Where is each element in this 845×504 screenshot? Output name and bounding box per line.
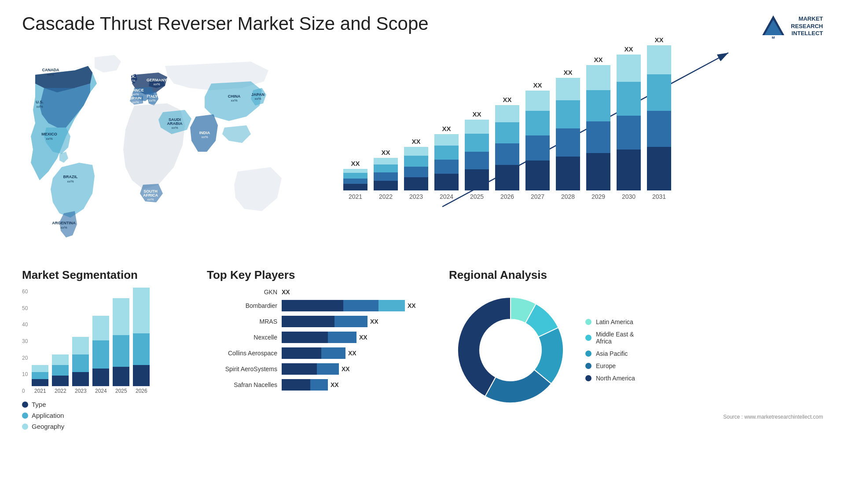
bar-year-2029: 2029 [592,193,605,200]
bar-seg-1 [617,116,641,150]
regional-legend-na: North America [585,375,635,382]
seg-bars-area: 202120222023202420252026 [32,289,150,394]
seg-seg-0 [52,376,69,386]
player-name-3: Nexcelle [207,334,277,341]
bar-seg-3 [495,105,519,122]
bar-top-label-2024: XX [442,125,451,132]
bar-seg-1 [404,167,428,178]
seg-y-10: 10 [22,371,28,377]
bar-seg-3 [343,169,367,173]
svg-text:xx%: xx% [132,100,139,104]
player-name-1: Bombardier [207,302,277,309]
player-bar-1 [282,300,405,311]
logo-icon: M [760,13,786,40]
bar-top-label-2025: XX [472,110,481,118]
seg-seg-0 [92,369,109,386]
regional-label-latin: Latin America [596,318,633,325]
bar-year-2021: 2021 [349,193,362,200]
bar-year-2023: 2023 [409,193,423,200]
bar-seg-0 [404,177,428,190]
segmentation-chart: 0 10 20 30 40 50 60 20212022202320242025… [22,289,194,394]
header: Cascade Thrust Reverser Market Size and … [22,13,823,40]
svg-text:M: M [772,36,775,40]
player-bar-wrap-0: XX [282,289,290,296]
regional-dot-mea [585,335,592,341]
svg-text:JAPAN: JAPAN [251,92,265,97]
svg-text:CHINA: CHINA [228,94,241,99]
legend-geography-dot [22,424,28,430]
legend-application-label: Application [32,412,64,419]
bar-top-label-2031: XX [654,36,663,44]
bar-group-2023: XX2023 [404,138,428,200]
seg-seg-1 [113,335,129,367]
regional-legend-europe: Europe [585,362,635,369]
player-xx-2: XX [370,318,378,325]
player-bar-wrap-5: XX [282,363,350,375]
bar-stack-2028 [556,78,580,190]
seg-seg-2 [133,288,150,333]
player-xx-0: XX [282,289,290,296]
svg-text:xx%: xx% [201,135,208,139]
legend-type-dot [22,402,28,408]
seg-seg-0 [32,379,48,386]
bar-seg-2 [404,156,428,167]
seg-y-40: 40 [22,321,28,328]
bar-seg-0 [617,150,641,190]
bar-top-label-2026: XX [503,96,511,103]
svg-text:xx%: xx% [46,137,52,141]
bar-stack-2023 [404,147,428,190]
bar-stack-2027 [525,91,550,190]
player-bar-4 [282,347,345,359]
donut-area: Latin America Middle East &Africa Asia P… [449,289,823,412]
svg-text:AFRICA: AFRICA [143,193,158,197]
player-row-6: Safran NacellesXX [207,379,436,391]
svg-text:FRANCE: FRANCE [127,88,144,92]
bar-seg-1 [434,160,459,174]
bar-seg-0 [374,181,398,190]
bar-seg-2 [586,90,610,121]
seg-y-60: 60 [22,289,28,295]
top-section: CANADA xx% U.S. xx% MEXICO xx% BRAZIL xx… [22,48,823,259]
regional-container: Regional Analysis Latin America Middle E… [449,268,823,462]
bar-seg-3 [374,158,398,164]
bar-year-2027: 2027 [531,193,544,200]
bar-seg-2 [525,111,550,136]
regional-label-apac: Asia Pacific [596,350,628,357]
seg-y-50: 50 [22,305,28,311]
player-row-5: Spirit AeroSystemsXX [207,363,436,375]
regional-dot-na [585,375,592,381]
seg-seg-1 [133,333,150,365]
player-bar-5 [282,363,339,375]
bar-seg-2 [374,164,398,173]
seg-seg-1 [92,340,109,369]
bar-seg-1 [465,152,489,169]
legend-type-label: Type [32,401,46,408]
regional-dot-europe [585,363,592,369]
bar-seg-3 [525,91,550,110]
bar-seg-2 [343,173,367,178]
bar-seg-1 [647,111,671,147]
seg-y-0: 0 [22,388,28,394]
bar-top-label-2027: XX [533,81,542,89]
bar-seg-1 [374,172,398,181]
player-name-2: MRAS [207,318,277,325]
bar-year-2026: 2026 [500,193,514,200]
page-title: Cascade Thrust Reverser Market Size and … [22,13,429,34]
player-bar-wrap-6: XX [282,379,339,391]
bar-top-label-2029: XX [594,56,603,63]
segmentation-title: Market Segmentation [22,268,194,282]
svg-text:xx%: xx% [254,97,261,101]
seg-seg-0 [113,367,129,386]
bar-seg-2 [465,134,489,151]
regional-title: Regional Analysis [449,268,823,282]
bar-seg-3 [434,134,459,146]
seg-stack-2021 [32,365,48,386]
regional-label-europe: Europe [596,362,616,369]
svg-text:MEXICO: MEXICO [41,132,57,136]
bar-group-2030: XX2030 [617,45,641,200]
svg-text:xx%: xx% [171,126,178,130]
bar-seg-0 [647,147,671,190]
svg-text:ARABIA: ARABIA [167,121,183,126]
bar-stack-2026 [495,105,519,190]
bar-seg-3 [556,78,580,100]
